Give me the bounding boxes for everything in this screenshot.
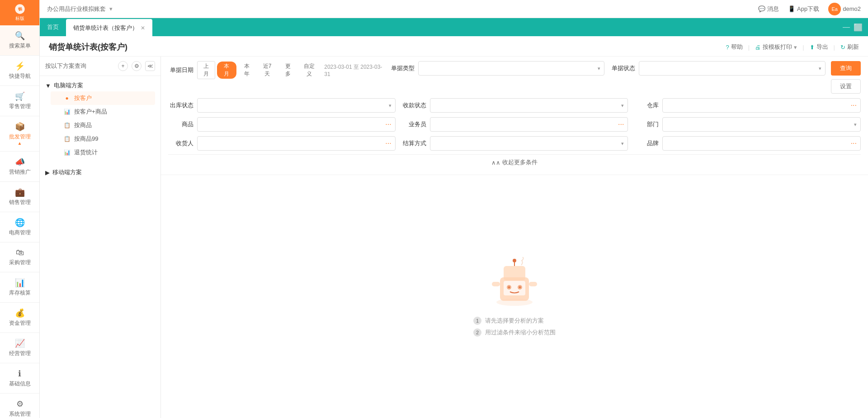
sidebar-item-sales[interactable]: 💼 销售管理 [0,182,39,212]
sidebar-item-operations[interactable]: 📈 经营管理 [0,333,39,363]
doc-type-label: 单据类型 [389,64,415,72]
app-download-label: App下载 [797,5,819,13]
brand-dots-icon: ··· [851,139,857,147]
scheme-mobile-group-title[interactable]: ▶ 移动端方案 [45,166,155,178]
sidebar-item-inventory[interactable]: 📊 库存核算 [0,272,39,303]
scheme-desktop-items: ● 按客户 📊 按客户+商品 📋 按商品 📋 [45,91,155,159]
sidebar-item-quicknav-label: 快捷导航 [9,72,31,80]
scheme-collapse-button[interactable]: ≪ [145,61,155,71]
goods-control[interactable]: ··· [197,117,396,132]
message-button[interactable]: 💬 消息 [758,5,779,13]
collapse-more-button[interactable]: ∧∧ 收起更多条件 [168,154,861,170]
scheme-desktop-group-title[interactable]: ▼ 电脑端方案 [45,80,155,91]
sidebar-item-wholesale-label: 批发管理 [9,133,31,141]
page-actions: ? 帮助 | 🖨 按模板打印 ▾ | ⬆ 导出 | ↻ 刷新 [726,43,859,51]
brand-control[interactable]: ··· [662,136,861,151]
payment-label: 结算方式 [401,139,426,147]
sidebar-item-basic[interactable]: ℹ 基础信息 [0,363,39,394]
sidebar-item-purchase[interactable]: 🛍 采购管理 [0,242,39,272]
collapse-up-icon: ∧∧ [491,159,500,166]
tab-close-icon[interactable]: ✕ [141,25,145,31]
date-btn-this-year[interactable]: 本年 [238,62,255,79]
settings-button[interactable]: 设置 [831,79,861,94]
refresh-button[interactable]: ↻ 刷新 [840,43,859,51]
doc-status-label: 单据状态 [610,64,635,72]
receiver-control[interactable]: ··· [197,136,396,151]
svg-point-8 [519,286,521,288]
date-btn-last-month[interactable]: 上月 [197,61,215,79]
window-minimize-icon[interactable]: — [843,23,850,31]
sidebar-item-search[interactable]: 🔍 搜索菜单 [0,25,39,56]
main-area: 办公用品行业模拟账套 ▾ 💬 消息 📱 App下载 Ea demo2 首页 [40,0,868,418]
scheme-panel: 按以下方案查询 + ⚙ ≪ ▼ 电脑端方案 ● [40,57,161,418]
date-label: 单据日期 [168,66,193,74]
dept-control[interactable]: ▾ [662,117,861,132]
system-dropdown-icon[interactable]: ▾ [109,5,113,12]
sidebar-item-wholesale[interactable]: 📦 批发管理 ▲ [0,116,39,152]
download-icon: 📱 [788,5,795,12]
recv-status-control[interactable]: ▾ [430,98,628,113]
svg-rect-9 [504,266,525,280]
sidebar-item-finance[interactable]: 💰 资金管理 [0,303,39,333]
date-btn-last-7[interactable]: 近7天 [257,62,278,79]
sidebar: 畅 标版 🔍 搜索菜单 ⚡ 快捷导航 🛒 零售管理 📦 批发管理 ▲ 📣 营销推… [0,0,40,418]
receiver-dots-icon: ··· [385,139,391,147]
user-area[interactable]: Ea demo2 [828,3,861,15]
scheme-header: 按以下方案查询 + ⚙ ≪ [40,57,160,76]
export-button[interactable]: ⬆ 导出 [810,43,828,51]
search-button[interactable]: 查询 [831,61,861,76]
tab-bar: 首页 销货单统计表（按客户） ✕ — ⬜ [40,18,868,36]
scheme-add-button[interactable]: + [118,61,128,71]
sidebar-item-system-label: 系统管理 [9,410,31,418]
sidebar-item-system[interactable]: ⚙ 系统管理 [0,394,39,418]
warehouse-filter: 仓库 ··· [633,98,861,113]
divider-2: | [802,44,804,51]
filter-area: 单据日期 上月 本月 本年 近7天 更多 自定义 2023-03-01 至 20… [161,57,868,175]
doc-status-dropdown-icon: ▾ [819,66,821,71]
out-status-control[interactable]: ▾ [197,98,396,113]
sidebar-item-operations-label: 经营管理 [9,350,31,357]
return-stats-label: 退货统计 [74,148,98,157]
doc-type-dropdown-icon: ▾ [598,66,600,71]
tip-num-2: 2 [473,328,481,337]
scheme-item-by-goods-99[interactable]: 📋 按商品99 [51,132,155,146]
by-goods-label: 按商品 [74,121,92,129]
doc-type-filter-item: 单据类型 ▾ [389,61,605,76]
system-name-area: 办公用品行业模拟账套 ▾ [47,5,113,13]
search-icon: 🔍 [15,31,25,41]
home-tab-label: 首页 [47,23,59,31]
warehouse-control[interactable]: ··· [662,98,861,113]
sidebar-item-retail[interactable]: 🛒 零售管理 [0,86,39,116]
salesman-control[interactable]: ··· [430,117,628,132]
template-print-dropdown[interactable]: ▾ [794,44,797,51]
scheme-item-by-goods[interactable]: 📋 按商品 [51,119,155,132]
collapse-more-label: 收起更多条件 [502,158,538,166]
empty-tip-2-text: 用过滤条件来缩小分析范围 [485,328,556,337]
payment-control[interactable]: ▾ [430,136,628,151]
doc-type-control[interactable]: ▾ [418,61,605,76]
template-print-button[interactable]: 🖨 按模板打印 ▾ [755,43,797,51]
sidebar-item-ecommerce[interactable]: 🌐 电商管理 [0,212,39,242]
tab-home[interactable]: 首页 [40,18,66,36]
inventory-icon: 📊 [15,278,25,288]
scheme-item-return-stats[interactable]: 📊 退货统计 [51,146,155,159]
date-btn-this-month[interactable]: 本月 [217,62,236,79]
sidebar-item-marketing[interactable]: 📣 营销推广 [0,152,39,182]
scheme-item-by-customer-goods[interactable]: 📊 按客户+商品 [51,105,155,119]
sidebar-item-quicknav[interactable]: ⚡ 快捷导航 [0,56,39,86]
scheme-item-by-customer[interactable]: ● 按客户 [51,91,155,105]
right-panel: 单据日期 上月 本月 本年 近7天 更多 自定义 2023-03-01 至 20… [161,57,868,418]
window-maximize-icon[interactable]: ⬜ [854,23,863,32]
scheme-settings-button[interactable]: ⚙ [132,61,142,71]
help-icon: ? [726,44,729,51]
empty-tip-1-text: 请先选择要分析的方案 [485,317,544,325]
help-button[interactable]: ? 帮助 [726,43,743,51]
tab-sales-stats[interactable]: 销货单统计表（按客户） ✕ [66,19,152,37]
app-download-button[interactable]: 📱 App下载 [788,5,819,13]
date-btn-custom[interactable]: 自定义 [298,62,321,79]
doc-status-control[interactable]: ▾ [639,61,826,76]
date-btn-more[interactable]: 更多 [279,62,296,79]
recv-status-label: 收款状态 [401,101,426,109]
help-label: 帮助 [731,43,743,51]
content-area: 销货单统计表(按客户) ? 帮助 | 🖨 按模板打印 ▾ | ⬆ 导出 | [40,36,868,418]
